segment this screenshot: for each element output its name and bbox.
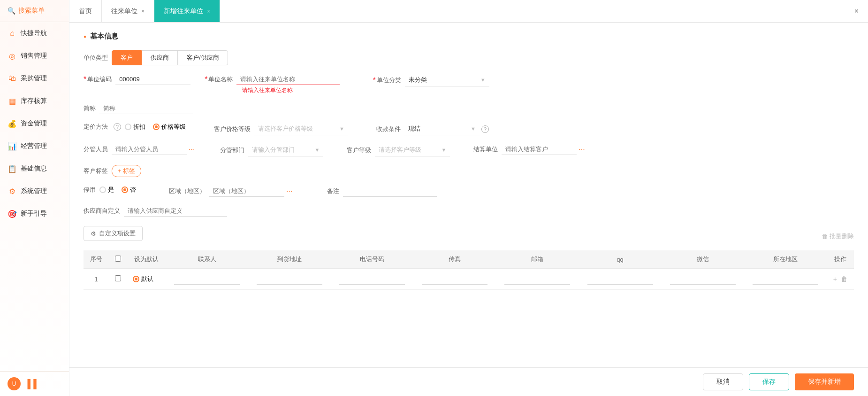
payment-terms-select[interactable]: 现结 ▼	[404, 123, 480, 135]
department-placeholder: 请输入分管部门	[252, 146, 312, 154]
row-index: 1	[84, 269, 109, 290]
tab-home[interactable]: 首页	[69, 0, 102, 22]
payment-terms-group: 收款条件 现结 ▼ ?	[376, 123, 489, 135]
settlement-unit-label: 结算单位	[473, 145, 498, 154]
row-phone-input[interactable]	[339, 273, 405, 285]
chevron-down-icon: ▼	[480, 77, 486, 83]
tab-transactions-close[interactable]: ×	[141, 8, 145, 15]
alias-input[interactable]	[99, 103, 193, 114]
payment-help-icon[interactable]: ?	[481, 125, 489, 133]
disabled-radio-group: 是 否	[99, 186, 136, 194]
customer-level-group: 客户等级 请选择客户等级 ▼	[347, 144, 450, 156]
unit-code-label: 单位编码	[87, 75, 112, 84]
main-area: 首页 往来单位 × 新增往来单位 × × ▪ 基本信息 单位类型 客户 供应商 …	[69, 0, 868, 396]
customer-level-select[interactable]: 请选择客户等级 ▼	[375, 144, 450, 156]
select-all-checkbox[interactable]	[115, 256, 121, 262]
manager-input[interactable]	[112, 144, 187, 155]
col-qq: qq	[579, 250, 661, 269]
row-qq-input[interactable]	[587, 273, 653, 285]
radio-circle-discount	[125, 124, 131, 130]
sidebar-item-operations[interactable]: 📊 经营管理	[0, 135, 69, 157]
row-default: 默认	[127, 269, 166, 290]
required-star-name: *	[205, 75, 207, 84]
customer-price-level-select[interactable]: 请选择客户价格等级 ▼	[254, 123, 348, 135]
sidebar-item-inventory[interactable]: ▦ 库存核算	[0, 90, 69, 112]
table-row: 1 默认	[84, 269, 854, 290]
row-fax-input[interactable]	[422, 273, 487, 285]
disabled-group: 停用 是 否	[84, 186, 136, 194]
row-address-input[interactable]	[257, 273, 322, 285]
region-group: 区域（地区） ···	[169, 186, 294, 197]
unit-btn-supplier[interactable]: 供应商	[142, 50, 178, 65]
search-icon: 🔍	[8, 7, 15, 15]
tab-bar-close[interactable]: ×	[845, 0, 868, 22]
pricing-radio-level[interactable]: 价格等级	[153, 123, 186, 131]
pricing-radio-discount[interactable]: 折扣	[125, 123, 145, 131]
sidebar-search[interactable]: 🔍 搜索菜单	[0, 0, 69, 22]
sidebar-item-label: 经营管理	[21, 142, 47, 150]
save-new-button[interactable]: 保存并新增	[795, 373, 854, 390]
batch-delete-button[interactable]: 🗑 批量删除	[822, 232, 854, 241]
sidebar-item-sales[interactable]: ◎ 销售管理	[0, 45, 69, 67]
row-email-input[interactable]	[504, 273, 570, 285]
tab-transactions[interactable]: 往来单位 ×	[102, 0, 154, 22]
row-region-input[interactable]	[753, 273, 818, 285]
remarks-input[interactable]	[343, 186, 437, 197]
unit-type-label: 单位类型	[84, 54, 108, 62]
row-delete-btn[interactable]: 🗑	[841, 275, 847, 283]
add-tag-button[interactable]: + 标签	[112, 165, 141, 177]
unit-category-label: 单位分类	[377, 76, 401, 85]
save-button[interactable]: 保存	[749, 373, 789, 390]
col-phone: 电话号码	[331, 250, 413, 269]
row-wechat-input[interactable]	[670, 273, 736, 285]
sidebar-bar-icon: ▐▐	[24, 379, 37, 389]
col-region: 所在地区	[744, 250, 827, 269]
batch-delete-label: 批量删除	[830, 232, 854, 241]
sidebar-item-finance[interactable]: 💰 资金管理	[0, 112, 69, 135]
tab-new-transaction-close[interactable]: ×	[207, 8, 210, 15]
settlement-unit-input[interactable]	[502, 144, 577, 155]
unit-name-input[interactable]	[236, 74, 340, 85]
sidebar-item-basic-info[interactable]: 📋 基础信息	[0, 157, 69, 180]
sidebar-item-guide[interactable]: 🎯 新手引导	[0, 202, 69, 225]
row-wechat	[662, 269, 744, 290]
manager-more-btn[interactable]: ···	[187, 145, 197, 154]
row-default-radio[interactable]: 默认	[133, 275, 160, 283]
cancel-button[interactable]: 取消	[703, 373, 743, 390]
purchase-icon: 🛍	[8, 74, 17, 83]
home-icon: ⌂	[8, 29, 17, 38]
disabled-radio-no[interactable]: 否	[122, 186, 136, 194]
section-header: ▪ 基本信息	[84, 32, 854, 41]
region-more-btn[interactable]: ···	[284, 187, 294, 195]
supplier-custom-input[interactable]	[124, 205, 227, 217]
unit-category-select[interactable]: 未分类 ▼	[405, 74, 489, 86]
unit-btn-both[interactable]: 客户/供应商	[178, 50, 228, 65]
row-contact-input[interactable]	[174, 273, 240, 285]
unit-btn-customer[interactable]: 客户	[112, 50, 142, 65]
department-select[interactable]: 请输入分管部门 ▼	[248, 144, 323, 156]
region-label: 区域（地区）	[169, 187, 206, 195]
row-email	[496, 269, 579, 290]
operations-icon: 📊	[8, 141, 17, 151]
sidebar-item-quick-nav[interactable]: ⌂ 快捷导航	[0, 22, 69, 45]
row-checkbox[interactable]	[115, 275, 121, 281]
radio-circle-level	[153, 124, 160, 130]
sidebar-item-purchase[interactable]: 🛍 采购管理	[0, 67, 69, 90]
disabled-radio-yes[interactable]: 是	[99, 186, 114, 194]
tab-new-transaction[interactable]: 新增往来单位 ×	[154, 0, 220, 22]
department-label: 分管部门	[220, 146, 244, 155]
sidebar-item-system[interactable]: ⚙ 系统管理	[0, 180, 69, 202]
pricing-row: 定价方法 ? 折扣 价格等级 客户价格等级 请选择客户价格等级	[84, 123, 854, 135]
unit-code-input[interactable]	[115, 74, 190, 85]
row-contact	[166, 269, 248, 290]
region-input[interactable]	[209, 186, 284, 197]
remarks-group: 备注	[327, 186, 437, 197]
supplier-custom-row: 供应商自定义	[84, 205, 854, 217]
customer-price-level-label: 客户价格等级	[214, 125, 251, 133]
disabled-row: 停用 是 否 区域（地区） ··· 备注	[84, 186, 854, 197]
customer-price-level-placeholder: 请选择客户价格等级	[258, 124, 337, 133]
settlement-more-btn[interactable]: ···	[577, 145, 586, 154]
settings-button[interactable]: ⚙ 自定义项设置	[84, 226, 143, 241]
row-add-btn[interactable]: +	[833, 275, 837, 283]
pricing-help-icon[interactable]: ?	[114, 123, 121, 131]
